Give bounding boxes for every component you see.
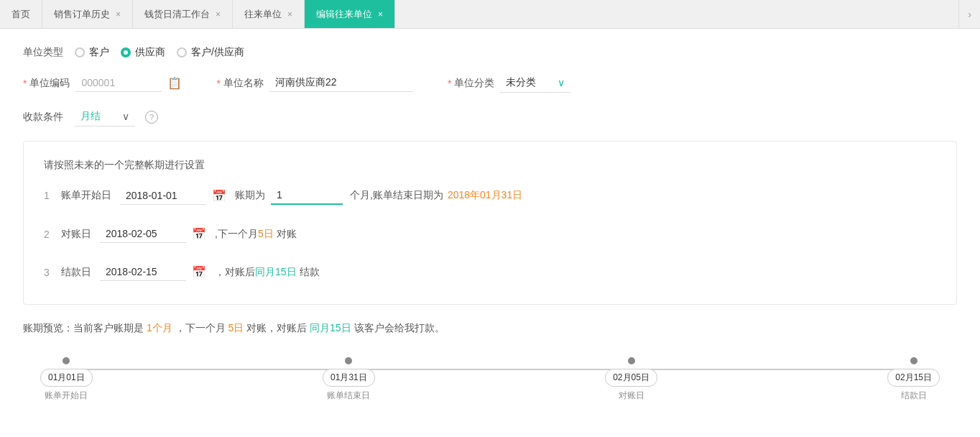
preview-suffix: 该客户会给我打款。 bbox=[354, 322, 445, 334]
unit-category-field: * 单位分类 未分类 ∨ bbox=[448, 73, 570, 93]
radio-both-label: 客户/供应商 bbox=[191, 46, 244, 59]
unit-code-star: * bbox=[23, 78, 27, 89]
radio-supplier[interactable]: 供应商 bbox=[121, 46, 165, 59]
step-suffix-before-2: ,下一个月 bbox=[215, 228, 258, 241]
unit-code-input[interactable] bbox=[75, 74, 162, 92]
main-content: 单位类型 客户 供应商 客户/供应商 * 单位编码 📋 * 单位名称 bbox=[0, 29, 980, 437]
unit-info-row: * 单位编码 📋 * 单位名称 * 单位分类 未分类 ∨ bbox=[23, 73, 957, 93]
unit-name-field: * 单位名称 bbox=[216, 74, 412, 92]
timeline-point-2: 02月05日 对账日 bbox=[605, 357, 657, 402]
step-suffix-after-1: 个月,账单结束日期为 bbox=[350, 189, 443, 202]
step-suffix-before-3: ，对账后 bbox=[215, 266, 255, 279]
payment-terms-value: 月结 bbox=[80, 110, 101, 123]
timeline-dot-0 bbox=[63, 357, 70, 364]
unit-type-label: 单位类型 bbox=[23, 46, 63, 59]
timeline-points: 01月01日 账单开始日 01月31日 账单结束日 02月05日 对账日 02月… bbox=[40, 357, 940, 402]
step-date-1[interactable] bbox=[120, 187, 206, 205]
timeline-point-1: 01月31日 账单结束日 bbox=[323, 357, 375, 402]
step-num-2: 2 bbox=[44, 229, 61, 240]
preview-highlight3: 同月15日 bbox=[310, 322, 351, 334]
step-label-1: 账单开始日 bbox=[61, 189, 111, 202]
payment-terms-select[interactable]: 月结 ∨ bbox=[75, 107, 135, 126]
radio-both-circle bbox=[177, 47, 187, 58]
step-num-1: 1 bbox=[44, 190, 61, 201]
preview-prefix: 账期预览：当前客户账期是 bbox=[23, 322, 144, 334]
timeline-point-3: 02月15日 结款日 bbox=[887, 357, 940, 402]
timeline-date-2: 02月05日 bbox=[605, 369, 657, 387]
tab-sales-history-close[interactable]: × bbox=[116, 9, 121, 19]
tab-edit-partner-close[interactable]: × bbox=[378, 9, 383, 19]
preview-highlight1: 1个月 bbox=[147, 322, 172, 334]
settings-row-1: 1 账单开始日 📅 账期为 个月,账单结束日期为 2018年01月31日 bbox=[44, 186, 936, 205]
timeline-label-3: 结款日 bbox=[901, 390, 927, 402]
payment-terms-label: 收款条件 bbox=[23, 111, 63, 124]
unit-category-select[interactable]: 未分类 ∨ bbox=[500, 73, 570, 93]
preview-sep1: ，下一个月 bbox=[175, 322, 226, 334]
step-suffix-before-1: 账期为 bbox=[235, 189, 265, 202]
unit-type-radio-group: 客户 供应商 客户/供应商 bbox=[75, 46, 244, 59]
step-date-3[interactable] bbox=[100, 263, 186, 281]
timeline-wrapper: 01月01日 账单开始日 01月31日 账单结束日 02月05日 对账日 02月… bbox=[23, 357, 957, 402]
step-label-3: 结款日 bbox=[61, 266, 91, 279]
calendar-icon-1[interactable]: 📅 bbox=[212, 189, 226, 203]
payment-terms-row: 收款条件 月结 ∨ ? bbox=[23, 107, 957, 126]
tab-sales-history-label: 销售订单历史 bbox=[54, 8, 110, 21]
payment-terms-dropdown-icon: ∨ bbox=[122, 111, 129, 122]
unit-type-row: 单位类型 客户 供应商 客户/供应商 bbox=[23, 46, 957, 59]
tab-edit-partner-label: 编辑往来单位 bbox=[316, 8, 372, 21]
settings-row-3: 3 结款日 📅 ，对账后 同月15日 结款 bbox=[44, 263, 936, 281]
tab-partner[interactable]: 往来单位 × bbox=[233, 0, 305, 28]
timeline-label-0: 账单开始日 bbox=[45, 390, 88, 402]
tab-cash-work[interactable]: 钱货日清工作台 × bbox=[133, 0, 233, 28]
unit-code-icon[interactable]: 📋 bbox=[167, 76, 182, 90]
unit-code-field: * 单位编码 📋 bbox=[23, 74, 182, 92]
tab-cash-work-close[interactable]: × bbox=[216, 9, 221, 19]
timeline-dot-3 bbox=[910, 357, 917, 364]
unit-category-star: * bbox=[448, 78, 451, 89]
step-label-2: 对账日 bbox=[61, 228, 91, 241]
radio-supplier-label: 供应商 bbox=[135, 46, 165, 59]
step-date-2[interactable] bbox=[100, 225, 186, 243]
preview-sep2: 对账，对账后 bbox=[246, 322, 307, 334]
unit-category-value: 未分类 bbox=[506, 76, 536, 89]
tab-partner-label: 往来单位 bbox=[244, 8, 282, 21]
radio-customer-circle bbox=[75, 47, 85, 58]
timeline-date-3: 02月15日 bbox=[887, 369, 940, 387]
step-num-3: 3 bbox=[44, 267, 61, 278]
tab-home-label: 首页 bbox=[11, 8, 30, 21]
settings-row-2: 2 对账日 📅 ,下一个月 5日 对账 bbox=[44, 225, 936, 243]
radio-customer-label: 客户 bbox=[89, 46, 109, 59]
radio-customer[interactable]: 客户 bbox=[75, 46, 109, 59]
preview-section: 账期预览：当前客户账期是 1个月 ，下一个月 5日 对账，对账后 同月15日 该… bbox=[23, 319, 957, 337]
tab-sales-history[interactable]: 销售订单历史 × bbox=[42, 0, 133, 28]
timeline-point-0: 01月01日 账单开始日 bbox=[40, 357, 93, 402]
calendar-icon-2[interactable]: 📅 bbox=[192, 227, 206, 241]
settings-title: 请按照未来的一个完整帐期进行设置 bbox=[44, 159, 936, 172]
tab-home[interactable]: 首页 bbox=[0, 0, 42, 28]
help-icon[interactable]: ? bbox=[145, 111, 158, 124]
timeline-date-0: 01月01日 bbox=[40, 369, 93, 387]
period-input[interactable] bbox=[271, 186, 343, 205]
settings-box: 请按照未来的一个完整帐期进行设置 1 账单开始日 📅 账期为 个月,账单结束日期… bbox=[23, 141, 957, 305]
preview-highlight2: 5日 bbox=[228, 322, 244, 334]
unit-name-label: 单位名称 bbox=[223, 77, 264, 90]
tab-cash-work-label: 钱货日清工作台 bbox=[144, 8, 210, 21]
timeline-dot-2 bbox=[628, 357, 635, 364]
timeline-label-1: 账单结束日 bbox=[327, 390, 370, 402]
tab-bar: 首页 销售订单历史 × 钱货日清工作台 × 往来单位 × 编辑往来单位 × › bbox=[0, 0, 980, 29]
unit-name-input[interactable] bbox=[269, 74, 413, 92]
timeline-dot-1 bbox=[345, 357, 352, 364]
radio-both[interactable]: 客户/供应商 bbox=[177, 46, 244, 59]
settlement-highlight: 同月15日 bbox=[255, 266, 297, 279]
reconcile-highlight: 5日 bbox=[258, 228, 274, 241]
unit-code-label: 单位编码 bbox=[29, 77, 70, 90]
calendar-icon-3[interactable]: 📅 bbox=[192, 265, 206, 279]
unit-category-dropdown-icon: ∨ bbox=[558, 77, 565, 88]
step-suffix-after-2: 对账 bbox=[277, 228, 297, 241]
unit-category-label: 单位分类 bbox=[454, 77, 494, 90]
tab-edit-partner[interactable]: 编辑往来单位 × bbox=[305, 0, 395, 28]
timeline-label-2: 对账日 bbox=[619, 390, 644, 402]
tab-more-arrow[interactable]: › bbox=[958, 0, 980, 28]
tab-partner-close[interactable]: × bbox=[287, 9, 292, 19]
step-suffix-after-3: 结款 bbox=[300, 266, 320, 279]
